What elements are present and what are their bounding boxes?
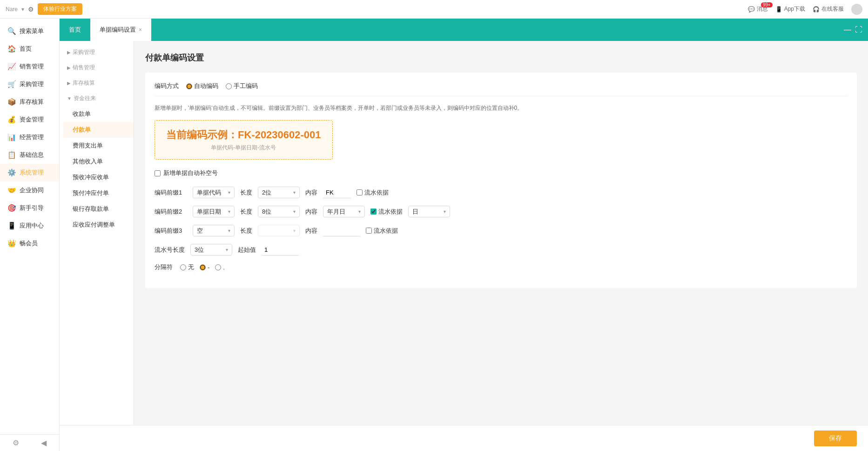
menu-group-label: 库存核算 <box>73 79 95 87</box>
prefix3-select[interactable]: 空 单据代码 部门 业务员 ▾ <box>193 225 235 236</box>
menu-group-sales[interactable]: ▶ 销售管理 <box>60 60 134 75</box>
prefix2-day-select-input[interactable]: 日 月 年 <box>412 208 442 215</box>
sep-dash-input[interactable] <box>200 264 206 270</box>
menu-item-payment[interactable]: 付款单 <box>63 122 134 138</box>
prefix1-serial-checkbox[interactable]: 流水依据 <box>357 188 389 197</box>
message-badge: 99+ <box>761 2 773 7</box>
sidebar-item-search[interactable]: 🔍 搜索菜单 <box>0 22 59 40</box>
sidebar-item-inventory[interactable]: 📦 库存核算 <box>0 93 59 111</box>
message-button[interactable]: 💬 消息 99+ <box>748 5 768 13</box>
radio-auto-input[interactable] <box>186 83 192 89</box>
settings-icon[interactable]: ⚙ <box>28 6 34 13</box>
prefix1-serial-input[interactable] <box>357 189 363 195</box>
sidebar-item-apps[interactable]: 📱 应用中心 <box>0 217 59 235</box>
sidebar-settings-icon[interactable]: ⚙ <box>13 438 19 447</box>
prefix2-length-select[interactable]: 8位 4位 6位 ▾ <box>258 206 300 217</box>
sidebar-item-home[interactable]: 🏠 首页 <box>0 40 59 58</box>
sidebar-item-finance[interactable]: 💰 资金管理 <box>0 111 59 128</box>
trial-button[interactable]: 体验行业方案 <box>38 3 82 15</box>
serial-length-select-input[interactable]: 3位 4位 5位 6位 <box>195 246 224 253</box>
prefix1-content-input[interactable] <box>323 187 351 198</box>
search-icon: 🔍 <box>7 27 16 35</box>
sidebar-item-member[interactable]: 👑 畅会员 <box>0 235 59 252</box>
menu-item-label: 付款单 <box>73 126 91 134</box>
prefix1-length-select-input[interactable]: 2位 3位 4位 <box>262 189 291 196</box>
tab-home[interactable]: 首页 <box>60 19 90 41</box>
menu-item-bank[interactable]: 银行存取款单 <box>63 201 134 217</box>
dropdown-arrow-icon[interactable]: ▾ <box>21 6 24 13</box>
sidebar-item-system[interactable]: ⚙️ 系统管理 <box>0 164 59 182</box>
menu-item-prepay-pay[interactable]: 预付冲应付单 <box>63 185 134 201</box>
prefix3-content-input[interactable] <box>323 225 360 236</box>
menu-item-adjust[interactable]: 应收应付调整单 <box>63 217 134 233</box>
menu-item-expense[interactable]: 费用支出单 <box>63 138 134 154</box>
radio-manual-label: 手工编码 <box>234 82 258 90</box>
online-service-button[interactable]: 🎧 在线客服 <box>813 5 844 13</box>
radio-auto-label: 自动编码 <box>194 82 218 90</box>
preview-desc: 单据代码-单据日期-流水号 <box>166 144 321 152</box>
sidebar-item-label: 首页 <box>20 45 32 53</box>
auto-fill-checkbox[interactable] <box>155 170 161 176</box>
tab-close-icon[interactable]: × <box>139 27 142 33</box>
avatar[interactable] <box>851 4 862 15</box>
prefix2-select-input[interactable]: 单据日期 部门 业务员 空 <box>197 208 226 215</box>
radio-manual-encode[interactable]: 手工编码 <box>226 82 258 90</box>
prefix2-select[interactable]: 单据日期 部门 业务员 空 ▾ <box>193 206 235 217</box>
save-button[interactable]: 保存 <box>814 431 857 446</box>
sidebar-item-enterprise[interactable]: 🤝 企业协同 <box>0 182 59 199</box>
fullscreen-icon[interactable]: ⛶ <box>855 26 862 34</box>
serial-length-select[interactable]: 3位 4位 5位 6位 ▾ <box>190 244 232 256</box>
prefix1-select-input[interactable]: 单据代码 部门 业务员 空 <box>197 189 226 196</box>
menu-item-prepay-recv[interactable]: 预收冲应收单 <box>63 169 134 185</box>
app-download-button[interactable]: 📱 App下载 <box>775 5 805 13</box>
sep-none-input[interactable] <box>180 264 186 270</box>
menu-item-other-income[interactable]: 其他收入单 <box>63 154 134 169</box>
prefix3-select-input[interactable]: 空 单据代码 部门 业务员 <box>197 227 226 234</box>
encoding-method-row: 编码方式 自动编码 手工编码 <box>155 82 848 96</box>
sidebar-item-sales[interactable]: 📈 销售管理 <box>0 58 59 75</box>
prefix1-label: 编码前缀1 <box>155 188 187 197</box>
newbie-icon: 🎯 <box>7 204 16 212</box>
settings-panel: 编码方式 自动编码 手工编码 <box>145 73 857 288</box>
encoding-radio-group: 自动编码 手工编码 <box>186 82 258 90</box>
sidebar-item-label: 基础信息 <box>20 151 44 159</box>
purchase-icon: 🛒 <box>7 80 16 88</box>
prefix1-select[interactable]: 单据代码 部门 业务员 空 ▾ <box>193 187 235 198</box>
minimize-icon[interactable]: — <box>844 26 851 34</box>
sidebar-bottom: ⚙ ◀ <box>0 434 59 451</box>
sep-dot-radio[interactable]: . <box>215 264 225 271</box>
prefix1-length-select[interactable]: 2位 3位 4位 ▾ <box>258 187 300 198</box>
operation-icon: 📊 <box>7 133 16 141</box>
sidebar-item-newbie[interactable]: 🎯 新手引导 <box>0 199 59 217</box>
prefix1-serial-label: 流水依据 <box>364 188 389 197</box>
prefix2-serial-input[interactable] <box>370 209 377 215</box>
sidebar-item-purchase[interactable]: 🛒 采购管理 <box>0 75 59 93</box>
radio-manual-input[interactable] <box>226 83 232 89</box>
prefix2-day-select[interactable]: 日 月 年 ▾ <box>408 206 450 217</box>
tab-current[interactable]: 单据编码设置 × <box>90 19 151 41</box>
sidebar-collapse-icon[interactable]: ◀ <box>41 438 47 447</box>
prefix3-length-select-input[interactable] <box>262 227 291 234</box>
menu-item-receipt[interactable]: 收款单 <box>63 106 134 122</box>
serial-start-input[interactable] <box>262 244 299 256</box>
preview-code: 当前编码示例：FK-20230602-001 <box>166 128 321 142</box>
sep-dash-radio[interactable]: - <box>200 264 209 271</box>
separator-label: 分隔符 <box>155 263 173 271</box>
sidebar-item-basic[interactable]: 📋 基础信息 <box>0 146 59 164</box>
prefix3-serial-input[interactable] <box>366 228 372 234</box>
sep-none-radio[interactable]: 无 <box>180 263 194 271</box>
menu-group-inventory[interactable]: ▶ 库存核算 <box>60 75 134 91</box>
prefix3-length-select[interactable]: ▾ <box>258 225 300 236</box>
menu-group-finance[interactable]: ▼ 资金往来 <box>60 91 134 106</box>
home-icon: 🏠 <box>7 45 16 53</box>
sep-dot-input[interactable] <box>215 264 221 270</box>
radio-auto-encode[interactable]: 自动编码 <box>186 82 218 90</box>
sidebar-item-operation[interactable]: 📊 经营管理 <box>0 128 59 146</box>
prefix2-content-select[interactable]: 年月日 年月 年 月日 ▾ <box>323 206 365 217</box>
menu-group-purchase[interactable]: ▶ 采购管理 <box>60 45 134 60</box>
prefix2-serial-checkbox[interactable]: 流水依据 <box>370 208 403 216</box>
sidebar: 🔍 搜索菜单 🏠 首页 📈 销售管理 🛒 采购管理 📦 库存核算 💰 资 <box>0 19 60 451</box>
prefix3-serial-checkbox[interactable]: 流水依据 <box>366 227 398 235</box>
prefix2-length-select-input[interactable]: 8位 4位 6位 <box>262 208 291 215</box>
prefix2-content-select-input[interactable]: 年月日 年月 年 月日 <box>327 208 357 215</box>
